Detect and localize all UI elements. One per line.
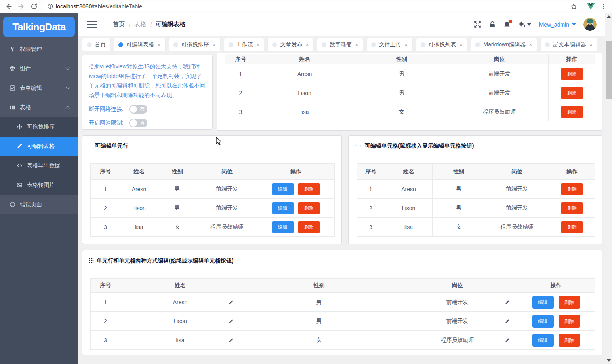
switch-state-text: 否 [140,120,145,127]
scrollbar-thumb[interactable] [606,41,612,99]
star-icon[interactable] [570,3,577,10]
tab-close-icon[interactable]: × [404,42,408,47]
tab-close-icon[interactable]: × [256,42,260,47]
tab-dot [421,42,425,47]
column-header: 岗位 [450,54,549,64]
edit-cell-pencil-icon[interactable] [505,337,510,343]
scroll-down-arrow-icon[interactable] [607,359,611,362]
user-menu[interactable]: iview_admin [539,21,576,28]
delete-button[interactable]: 删除 [559,315,580,328]
sidebar-item[interactable]: 可拖拽排序 [0,117,78,136]
edit-button[interactable]: 编辑 [532,315,554,328]
tab-item[interactable]: 文件上传× [367,38,412,51]
lock-icon[interactable] [489,21,496,28]
tab-close-icon[interactable]: × [355,42,358,47]
vertical-scrollbar[interactable] [605,13,612,364]
sidebar: TalkingData 权限管理组件表单编辑表格 可拖拽排序可编辑表格表格导出数… [0,13,78,364]
switch-toggle[interactable]: 否 [129,105,147,114]
tab-dot [322,42,326,47]
theme-bucket-icon[interactable] [518,21,531,28]
delete-button[interactable]: 删除 [561,202,583,214]
edit-button[interactable]: 编辑 [272,221,294,233]
app-logo[interactable]: TalkingData [3,17,75,37]
sidebar-item[interactable]: 表单编辑 [0,78,78,98]
sidebar-item[interactable]: 组件 [0,59,78,78]
cell-actions: 删除 [549,199,595,218]
column-header: 岗位 [398,279,517,293]
sidebar-item[interactable]: 表格导出数据 [0,156,78,175]
delete-button[interactable]: 删除 [561,68,583,80]
delete-button[interactable]: 删除 [561,183,583,195]
fullscreen-icon[interactable] [474,21,481,28]
delete-button[interactable]: 删除 [559,296,580,309]
table-icon [10,104,15,110]
edit-cell-pencil-icon[interactable] [228,337,234,343]
tab-dot [475,42,480,47]
cell-name: lisa [120,218,158,237]
delete-button[interactable]: 删除 [561,87,583,99]
vue-devtools-icon[interactable] [586,2,595,11]
editable_cell-table: 序号姓名性别岗位操作1Aresn男前端开发删除2Lison男前端开发删除3lis… [357,163,595,237]
edit-button[interactable]: 编辑 [272,183,294,195]
cell-job: 前端开发 [197,199,257,218]
edit-cell-pencil-icon[interactable] [228,318,234,324]
tab-item[interactable]: 可编辑表格× [114,38,165,51]
minus-icon: − [89,143,92,149]
tab-item[interactable]: 数字渐变× [317,38,363,51]
breadcrumb-item[interactable]: 表格 [134,21,146,28]
tab-item[interactable]: Markdown编辑器× [471,38,536,51]
edit-cell-pencil-icon[interactable] [505,300,510,305]
switch-toggle[interactable]: 否 [129,119,147,127]
scroll-up-arrow-icon[interactable] [607,15,611,18]
cell-gender: 男 [240,293,398,312]
tab-close-icon[interactable]: × [459,42,463,47]
delete-button[interactable]: 删除 [298,221,320,233]
tab-close-icon[interactable]: × [157,42,161,47]
username-text: iview_admin [539,21,569,28]
cell-index: 3 [225,102,256,121]
breadcrumb-item[interactable]: 首页 [113,21,125,28]
toggle-label: 开启网速限制: [89,119,124,127]
sidebar-item[interactable]: 权限管理 [0,40,78,59]
edit-button[interactable]: 编辑 [532,334,554,347]
edit-button[interactable]: 编辑 [272,202,294,214]
column-header: 性别 [240,279,398,293]
bell-icon[interactable] [503,21,511,28]
sidebar-item[interactable]: 表格转图片 [0,175,78,195]
refresh-icon[interactable] [29,2,39,11]
delete-button[interactable]: 删除 [298,183,320,195]
edit-cell-pencil-icon[interactable] [505,318,510,324]
tab-item[interactable]: 文章发布× [268,38,313,51]
cell-name: Lison [120,312,240,331]
cell-gender: 男 [433,199,485,218]
forward-arrow-icon[interactable] [17,2,26,11]
tab-item[interactable]: 首页 [82,38,110,51]
info-icon[interactable] [48,4,53,9]
edit-cell-pencil-icon[interactable] [228,300,234,305]
back-arrow-icon[interactable] [4,2,13,11]
tab-item[interactable]: 可拖拽排序× [169,38,220,51]
collapse-menu-button[interactable] [87,21,97,28]
tab-close-icon[interactable]: × [529,42,532,47]
delete-button[interactable]: 删除 [561,221,583,233]
tab-close-icon[interactable]: × [589,42,593,47]
sidebar-item[interactable]: 错误页面 [0,195,78,214]
edit-button[interactable]: 编辑 [532,296,554,309]
three-dots-menu-icon[interactable] [599,2,608,11]
avatar[interactable] [583,18,597,31]
cell-name: Lison [120,199,158,218]
url-bar[interactable]: localhost:8080/tables/editableTable [44,2,581,11]
delete-button[interactable]: 删除 [559,334,580,347]
delete-button[interactable]: 删除 [298,202,320,214]
tab-item[interactable]: 富文本编辑器× [541,38,597,51]
sidebar-item[interactable]: 可编辑表格 [0,136,78,156]
cell-gender: 女 [353,102,450,121]
tab-close-icon[interactable]: × [305,42,309,47]
code-icon [17,163,23,169]
tab-item[interactable]: 可拖拽列表× [416,38,467,51]
sidebar-menu: 权限管理组件表单编辑表格 [0,40,78,117]
sidebar-item[interactable]: 表格 [0,98,78,117]
tab-close-icon[interactable]: × [212,42,216,47]
tab-item[interactable]: 工作流× [224,38,264,51]
delete-button[interactable]: 删除 [561,106,583,118]
